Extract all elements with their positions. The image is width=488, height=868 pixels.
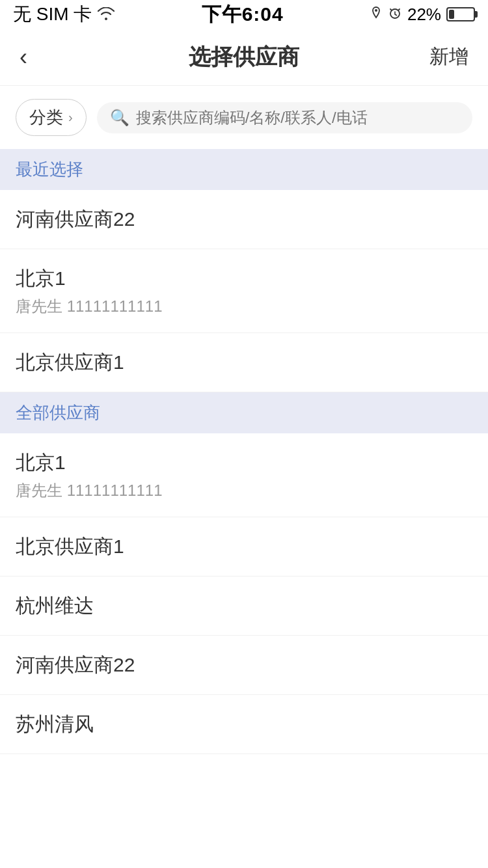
add-button[interactable]: 新增 [429, 44, 468, 70]
search-input[interactable] [136, 109, 459, 127]
nav-bar: ‹ 选择供应商 新增 [0, 29, 488, 86]
list-item[interactable]: 河南供应商22 [0, 636, 488, 695]
alarm-icon [388, 5, 402, 25]
chevron-right-icon: › [68, 110, 73, 125]
item-name: 河南供应商22 [16, 651, 472, 679]
status-bar: 无 SIM 卡 下午6:04 22% [0, 0, 488, 29]
search-icon: 🔍 [110, 109, 129, 127]
list-item[interactable]: 北京1唐先生 11111111111 [0, 433, 488, 517]
search-bar: 分类 › 🔍 [0, 86, 488, 149]
svg-point-0 [375, 9, 377, 12]
list-item[interactable]: 河南供应商22 [0, 190, 488, 249]
page-title: 选择供应商 [189, 42, 299, 72]
category-label: 分类 [29, 106, 63, 129]
status-right: 22% [370, 5, 475, 25]
list-item[interactable]: 北京1唐先生 11111111111 [0, 249, 488, 333]
list-item[interactable]: 杭州维达 [0, 576, 488, 636]
item-name: 北京供应商1 [16, 349, 472, 376]
item-name: 杭州维达 [16, 592, 472, 619]
item-name: 北京供应商1 [16, 533, 472, 560]
all-section-header: 全部供应商 [0, 392, 488, 433]
recent-items-list: 河南供应商22北京1唐先生 11111111111北京供应商1 [0, 190, 488, 392]
recent-section-label: 最近选择 [16, 159, 83, 179]
carrier-text: 无 SIM 卡 [13, 2, 92, 27]
status-left: 无 SIM 卡 [13, 2, 115, 27]
item-name: 苏州清风 [16, 711, 472, 738]
list-item[interactable]: 北京供应商1 [0, 517, 488, 576]
back-button[interactable]: ‹ [20, 44, 59, 71]
item-name: 北京1 [16, 265, 472, 292]
location-icon [370, 5, 383, 25]
recent-section-header: 最近选择 [0, 149, 488, 190]
item-name: 北京1 [16, 449, 472, 476]
item-name: 河南供应商22 [16, 206, 472, 233]
battery-fill [449, 10, 454, 19]
battery-percent: 22% [407, 5, 441, 25]
list-item[interactable]: 苏州清风 [0, 695, 488, 754]
category-button[interactable]: 分类 › [16, 99, 87, 136]
all-items-list: 北京1唐先生 11111111111北京供应商1杭州维达河南供应商22苏州清风 [0, 433, 488, 754]
battery-icon [446, 7, 475, 21]
all-section-label: 全部供应商 [16, 403, 100, 422]
item-sub: 唐先生 11111111111 [16, 296, 472, 317]
wifi-icon [97, 4, 115, 25]
list-item[interactable]: 北京供应商1 [0, 333, 488, 392]
status-time: 下午6:04 [202, 1, 284, 28]
item-sub: 唐先生 11111111111 [16, 480, 472, 501]
search-wrapper: 🔍 [97, 102, 472, 133]
